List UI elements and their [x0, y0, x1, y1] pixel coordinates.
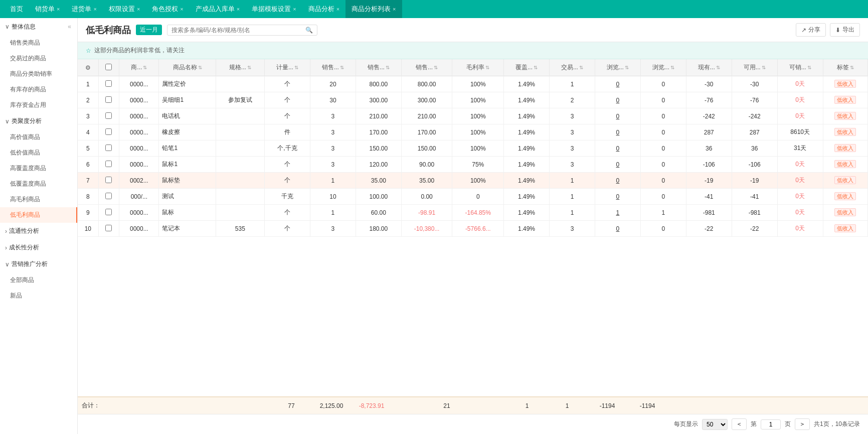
th-spec[interactable]: 规格...⇅ — [216, 59, 264, 76]
sidebar-item-high-value[interactable]: 高价值商品 — [0, 129, 77, 145]
sidebar-item-high-coverage[interactable]: 高覆盖度商品 — [0, 161, 77, 176]
cell-check[interactable] — [98, 76, 119, 92]
th-browse1[interactable]: 浏览...⇅ — [595, 59, 640, 76]
search-icon[interactable]: 🔍 — [305, 27, 313, 34]
nav-templates-close[interactable]: × — [293, 6, 296, 12]
cell-browse1[interactable]: 0 — [595, 189, 640, 205]
nav-analysis-list-close[interactable]: × — [393, 6, 396, 12]
th-browse2[interactable]: 浏览...⇅ — [640, 59, 686, 76]
export-button[interactable]: ⬇ 导出 — [830, 23, 860, 37]
th-sales[interactable]: 销售...⇅ — [401, 59, 452, 76]
row-checkbox[interactable] — [105, 96, 112, 103]
nav-roles-close[interactable]: × — [180, 6, 183, 12]
nav-roles[interactable]: 角色授权 × — [146, 0, 189, 18]
sidebar-group-growth[interactable]: › 成长性分析 — [0, 239, 77, 256]
sidebar-item-category-rate[interactable]: 商品分类助销率 — [0, 66, 77, 82]
page-input[interactable] — [761, 419, 781, 429]
cell-browse1[interactable]: 1 — [595, 205, 640, 221]
row-checkbox[interactable] — [105, 177, 112, 183]
sidebar-item-sales-goods[interactable]: 销售类商品 — [0, 35, 77, 51]
nav-products[interactable]: 产成品入库单 × — [190, 0, 246, 18]
select-all-checkbox[interactable] — [105, 64, 112, 70]
nav-analysis-list[interactable]: 商品分析列表 × — [345, 0, 402, 18]
cell-tag: 低收入 — [823, 108, 867, 124]
page-size-select[interactable]: 50 100 200 — [702, 419, 728, 430]
th-settings[interactable]: ⚙ — [78, 59, 98, 76]
row-checkbox[interactable] — [105, 193, 112, 199]
row-checkbox[interactable] — [105, 161, 112, 167]
nav-sales[interactable]: 销货单 × — [29, 0, 66, 18]
sidebar-collapse-btn[interactable]: « — [67, 22, 72, 31]
cell-browse1[interactable]: 0 — [595, 157, 640, 173]
nav-permissions[interactable]: 权限设置 × — [103, 0, 146, 18]
th-tag[interactable]: 标签⇅ — [823, 59, 867, 76]
th-price[interactable]: 销售...⇅ — [356, 59, 401, 76]
cell-check[interactable] — [98, 173, 119, 189]
next-page-button[interactable]: ＞ — [795, 418, 810, 430]
row-checkbox[interactable] — [105, 209, 112, 215]
nav-analysis[interactable]: 商品分析 × — [302, 0, 345, 18]
nav-purchase[interactable]: 进货单 × — [66, 0, 102, 18]
cell-browse1[interactable]: 0 — [595, 92, 640, 108]
sidebar-item-low-coverage[interactable]: 低覆盖度商品 — [0, 176, 77, 192]
nav-sales-close[interactable]: × — [57, 6, 60, 12]
cell-check[interactable] — [98, 157, 119, 173]
nav-templates[interactable]: 单据模板设置 × — [246, 0, 302, 18]
row-checkbox[interactable] — [105, 225, 112, 231]
share-button[interactable]: ↗ 分享 — [796, 23, 826, 37]
th-stock[interactable]: 现有...⇅ — [686, 59, 732, 76]
sidebar-item-high-margin[interactable]: 高毛利商品 — [0, 192, 77, 207]
th-unit[interactable]: 计量...⇅ — [264, 59, 310, 76]
th-trade[interactable]: 交易...⇅ — [550, 59, 595, 76]
sidebar-item-low-margin[interactable]: 低毛利商品 — [0, 207, 77, 223]
th-margin[interactable]: 毛利率⇅ — [452, 59, 504, 76]
nav-permissions-close[interactable]: × — [137, 6, 140, 12]
th-coverage[interactable]: 覆盖...⇅ — [504, 59, 550, 76]
cell-check[interactable] — [98, 108, 119, 124]
settings-icon[interactable]: ⚙ — [85, 64, 91, 71]
sidebar-item-stocked-goods[interactable]: 有库存的商品 — [0, 82, 77, 97]
th-qty[interactable]: 销售...⇅ — [310, 59, 356, 76]
sidebar: ∨ 整体信息 « 销售类商品 交易过的商品 商品分类助销率 有库存的商品 库存资… — [0, 18, 78, 434]
cell-check[interactable] — [98, 221, 119, 237]
cell-sales: 170.00 — [401, 124, 452, 140]
cell-check[interactable] — [98, 205, 119, 221]
cell-check[interactable] — [98, 189, 119, 205]
th-avail[interactable]: 可用...⇅ — [732, 59, 777, 76]
nav-analysis-close[interactable]: × — [336, 6, 339, 12]
nav-products-close[interactable]: × — [237, 6, 240, 12]
nav-purchase-close[interactable]: × — [93, 6, 96, 12]
cell-check[interactable] — [98, 92, 119, 108]
date-badge[interactable]: 近一月 — [136, 25, 162, 35]
sidebar-item-stock-capital[interactable]: 库存资金占用 — [0, 97, 77, 113]
row-checkbox[interactable] — [105, 112, 112, 119]
cell-check[interactable] — [98, 140, 119, 157]
sidebar-group-marketing[interactable]: ∨ 营销推广分析 — [0, 256, 77, 272]
th-check[interactable] — [98, 59, 119, 76]
nav-home[interactable]: 首页 — [4, 0, 29, 18]
sidebar-item-traded-goods[interactable]: 交易过的商品 — [0, 51, 77, 66]
sidebar-item-new-goods[interactable]: 新品 — [0, 288, 77, 304]
sidebar-group-cluster[interactable]: ∨ 类聚度分析 — [0, 113, 77, 129]
cell-browse1[interactable]: 0 — [595, 108, 640, 124]
th-code[interactable]: 商...⇅ — [119, 59, 159, 76]
row-checkbox[interactable] — [105, 144, 112, 151]
th-saleable[interactable]: 可销...⇅ — [777, 59, 823, 76]
sidebar-item-all-goods[interactable]: 全部商品 — [0, 272, 77, 288]
search-input[interactable] — [171, 27, 303, 34]
sidebar-group-liquidity[interactable]: › 流通性分析 — [0, 223, 77, 239]
cell-browse1[interactable]: 0 — [595, 140, 640, 157]
cell-browse1[interactable]: 0 — [595, 221, 640, 237]
cell-qty: 3 — [310, 221, 356, 237]
row-checkbox[interactable] — [105, 128, 112, 135]
cell-browse1[interactable]: 0 — [595, 173, 640, 189]
row-checkbox[interactable] — [105, 80, 112, 87]
th-name[interactable]: 商品名称⇅ — [159, 59, 216, 76]
prev-page-button[interactable]: ＜ — [732, 418, 747, 430]
cell-coverage: 3 — [550, 221, 595, 237]
cell-browse1[interactable]: 0 — [595, 76, 640, 92]
cell-browse1[interactable]: 0 — [595, 124, 640, 140]
sidebar-item-low-value[interactable]: 低价值商品 — [0, 145, 77, 161]
cell-check[interactable] — [98, 124, 119, 140]
sidebar-group-overall[interactable]: ∨ 整体信息 « — [0, 18, 77, 35]
